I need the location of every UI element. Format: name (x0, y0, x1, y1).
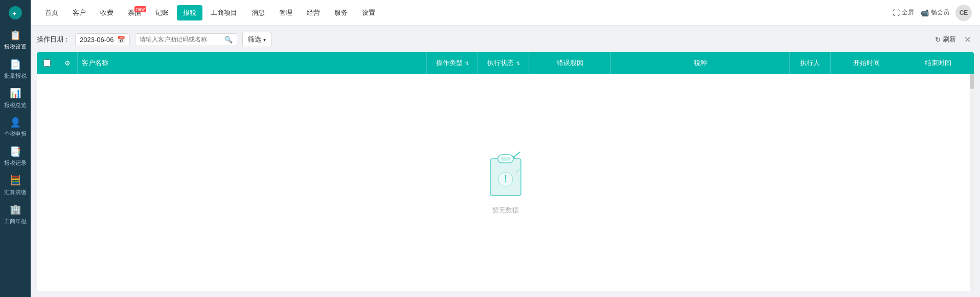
nav-fee[interactable]: 收费 (94, 5, 120, 20)
date-picker[interactable]: 2023-06-06 📅 (75, 33, 130, 46)
search-icon: 🔍 (224, 36, 233, 44)
svg-rect-5 (500, 157, 511, 161)
topnav-right: ⛶ 全屏 📹 畅会员 CE (893, 5, 972, 21)
th-error: 错误股因 (529, 52, 611, 74)
tax-settings-icon: 📋 (10, 30, 21, 41)
content-panel: 操作日期： 2023-06-06 📅 🔍 筛选 ▾ ↻ 刷新 (31, 26, 980, 297)
nav-business[interactable]: 工商项目 (204, 5, 243, 20)
th-executor: 执行人 (790, 52, 831, 74)
th-start-time: 开始时间 (831, 52, 902, 74)
status-sort-icon: ⇅ (516, 60, 520, 66)
svg-text:✦: ✦ (12, 10, 17, 17)
th-settings[interactable]: ⚙ (57, 52, 78, 74)
nav-management[interactable]: 管理 (273, 5, 299, 20)
annual-report-icon: 🏢 (10, 204, 21, 216)
new-badge: new (134, 6, 146, 13)
svg-line-8 (513, 152, 520, 157)
close-button[interactable]: ✕ (961, 34, 974, 46)
nav-account[interactable]: 记账 (149, 5, 175, 20)
select-all-checkbox[interactable] (43, 59, 51, 67)
tax-record-icon: 📑 (10, 146, 21, 158)
fullscreen-icon: ⛶ (893, 9, 900, 17)
nav-message[interactable]: 消息 (245, 5, 271, 20)
chevron-down-icon: ▾ (263, 37, 266, 43)
nav-service[interactable]: 服务 (328, 5, 354, 20)
sidebar-item-tax-overview[interactable]: 📊 报税总览 (0, 83, 31, 113)
nav-home[interactable]: 首页 (39, 5, 64, 20)
table-header: ⚙ 客户名称 操作类型 ⇅ 执行状态 ⇅ 错误股因 (37, 52, 974, 74)
th-tax-type: 税种 (611, 52, 790, 74)
svg-text:!: ! (504, 174, 507, 184)
th-status[interactable]: 执行状态 ⇅ (478, 52, 529, 74)
sidebar-item-batch-tax[interactable]: 📄 批量报税 (0, 55, 31, 84)
scrollbar-thumb[interactable] (970, 74, 974, 89)
member-button[interactable]: 📹 畅会员 (920, 8, 949, 17)
data-table: ⚙ 客户名称 操作类型 ⇅ 执行状态 ⇅ 错误股因 (37, 52, 974, 291)
sidebar-logo: ✦ (0, 0, 31, 26)
avatar[interactable]: CE (955, 5, 972, 21)
date-label: 操作日期： (37, 35, 70, 44)
search-input[interactable] (140, 36, 221, 43)
op-type-sort-icon: ⇅ (465, 60, 469, 66)
th-op-type[interactable]: 操作类型 ⇅ (427, 52, 478, 74)
nav-finance[interactable]: 经营 (301, 5, 326, 20)
empty-text: 暂无数据 (492, 206, 519, 215)
empty-illustration-svg: ! (485, 150, 526, 201)
personal-tax-icon: 👤 (10, 117, 21, 129)
sidebar-item-personal-tax[interactable]: 👤 个税申报 (0, 113, 31, 142)
top-navigation: 首页 客户 收费 票据 new 记账 报税 工商项目 消息 管理 经营 服务 设… (31, 0, 980, 26)
refresh-icon: ↻ (935, 36, 941, 44)
sidebar-item-settlement[interactable]: 🧮 汇算清缴 (0, 171, 31, 200)
search-box[interactable]: 🔍 (135, 33, 237, 46)
table-body: ! 暂无数据 (37, 74, 974, 291)
empty-state: ! 暂无数据 (485, 150, 526, 215)
th-checkbox[interactable] (37, 52, 57, 74)
settlement-icon: 🧮 (10, 175, 21, 186)
filter-button[interactable]: 筛选 ▾ (242, 32, 271, 47)
batch-tax-icon: 📄 (10, 59, 21, 71)
tax-overview-icon: 📊 (10, 88, 21, 99)
fullscreen-button[interactable]: ⛶ 全屏 (893, 8, 914, 17)
nav-tax[interactable]: 报税 (177, 5, 202, 20)
main: 首页 客户 收费 票据 new 记账 报税 工商项目 消息 管理 经营 服务 设… (31, 0, 980, 297)
sidebar: ✦ 📋 报税设置 📄 批量报税 📊 报税总览 👤 个税申报 📑 报税记录 🧮 汇… (0, 0, 31, 297)
nav-items: 首页 客户 收费 票据 new 记账 报税 工商项目 消息 管理 经营 服务 设… (39, 5, 893, 20)
th-client: 客户名称 (78, 52, 427, 74)
calendar-icon: 📅 (117, 36, 125, 44)
video-icon: 📹 (920, 9, 929, 17)
nav-invoice[interactable]: 票据 new (122, 5, 147, 20)
content: 操作日期： 2023-06-06 📅 🔍 筛选 ▾ ↻ 刷新 (31, 26, 980, 297)
nav-client[interactable]: 客户 (66, 5, 92, 20)
th-end-time: 结束时间 (902, 52, 974, 74)
date-value: 2023-06-06 (80, 36, 114, 44)
settings-icon: ⚙ (64, 59, 71, 67)
toolbar: 操作日期： 2023-06-06 📅 🔍 筛选 ▾ ↻ 刷新 (37, 32, 974, 47)
refresh-button[interactable]: ↻ 刷新 (935, 35, 956, 44)
sidebar-item-annual-report[interactable]: 🏢 工商年报 (0, 200, 31, 229)
scrollbar-track[interactable] (970, 74, 974, 291)
nav-settings[interactable]: 设置 (356, 5, 381, 20)
sidebar-item-tax-record[interactable]: 📑 报税记录 (0, 142, 31, 171)
sidebar-item-tax-settings[interactable]: 📋 报税设置 (0, 26, 31, 55)
